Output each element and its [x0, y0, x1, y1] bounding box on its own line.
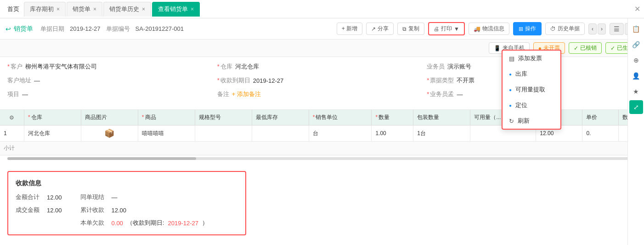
note-label: 备注 — [217, 90, 229, 98]
col-qty: 数量 — [372, 110, 413, 125]
print-button[interactable]: 🖨 打印 ▼ — [428, 22, 465, 35]
sidebar-star-icon[interactable]: ★ — [629, 85, 643, 98]
tab-inventory-label: 库存期初 — [30, 5, 54, 13]
next-button[interactable]: › — [598, 23, 606, 34]
owed-label: 本单欠款 — [80, 219, 108, 227]
note-add-btn[interactable]: + 添加备注 — [232, 90, 261, 98]
outbound-dot-icon: ● — [509, 72, 512, 77]
tab-view-sales-close[interactable]: × — [191, 6, 194, 12]
tab-bar-right: ✕ — [634, 5, 640, 13]
col-settings[interactable]: ⚙ — [0, 110, 24, 125]
salesman-label: 业务员 — [427, 63, 445, 71]
payment-col-right: 同单现结 — 累计收款 12.00 本单欠款 0.00 （收款到期日: 2019… — [80, 193, 208, 227]
operation-dropdown: ▤ 添加发票 ● 出库 ● 可用量提取 ● 定位 ↻ 刷新 — [502, 50, 561, 130]
tab-sales-label: 销货单 — [73, 5, 90, 13]
tab-inventory-close[interactable]: × — [56, 6, 60, 12]
doc-type-label: 销货单 — [14, 25, 33, 33]
trade-label: 成交金额 — [16, 206, 43, 214]
refresh-label: 刷新 — [518, 117, 530, 125]
add-invoice-icon: ▤ — [509, 55, 514, 62]
check-ok-button[interactable]: ✓ 已核销 — [569, 42, 602, 54]
warehouse-field: 仓库 河北仓库 — [217, 63, 427, 71]
due-suffix: ） — [202, 219, 208, 227]
window-close-button[interactable]: ✕ — [634, 5, 640, 13]
tab-sales-history-close[interactable]: × — [142, 6, 145, 12]
sidebar-expand-icon[interactable]: ⤢ — [629, 100, 643, 114]
customer-value: 柳州粤港平安气体有限公司 — [25, 63, 97, 71]
sidebar-link-icon[interactable]: 🔗 — [629, 38, 643, 51]
sidebar-doc-icon[interactable]: 📋 — [629, 22, 643, 36]
copy-label: 复制 — [408, 25, 419, 33]
row-pkgqty: 1台 — [413, 125, 470, 142]
note-field: 备注 + 添加备注 — [217, 90, 427, 98]
product-image: 📦 — [104, 129, 114, 138]
refresh-icon: ↻ — [509, 118, 514, 125]
operation-icon: ⊞ — [519, 26, 523, 32]
row-spec — [195, 125, 252, 142]
number-value: SA-20191227-001 — [136, 25, 184, 32]
tab-bar: 首页 库存期初 × 销货单 × 销货单历史 × 查看销货单 × ✕ — [0, 0, 644, 18]
bizman-value: — — [457, 91, 463, 98]
new-button[interactable]: + 新增 — [337, 23, 362, 35]
amount-label: 金额合计 — [16, 193, 43, 201]
share-button[interactable]: ↗ 分享 — [366, 23, 394, 35]
dropdown-refresh[interactable]: ↻ 刷新 — [503, 113, 560, 129]
copy-button[interactable]: ⧉ 复制 — [397, 23, 424, 35]
ticket-label: 票据类型 — [427, 76, 454, 85]
col-unit: 销售单位 — [309, 110, 372, 125]
dropdown-qty-fetch[interactable]: ● 可用量提取 — [503, 82, 560, 97]
address-field: 客户地址 — — [7, 76, 217, 85]
accumulated-value: 12.00 — [112, 207, 127, 214]
sidebar-user-icon[interactable]: 👤 — [629, 69, 643, 83]
history-icon: ⏱ — [550, 26, 556, 32]
logistics-button[interactable]: 🚚 物流信息 — [469, 23, 509, 35]
customer-field: 客户 柳州粤港平安气体有限公司 — [7, 63, 217, 71]
address-value: — — [34, 77, 40, 84]
number-label: 单据编号 — [106, 25, 130, 33]
row-product: 嘻嘻嘻嘻 — [138, 125, 195, 142]
subtotal-label: 小计 — [0, 142, 644, 155]
tab-sales-close[interactable]: × — [93, 6, 96, 12]
date-value: 2019-12-27 — [70, 25, 101, 32]
accumulated-label: 累计收款 — [80, 206, 108, 214]
subtotal-row: 小计 — [0, 142, 644, 155]
project-value: — — [22, 91, 28, 98]
trade-row: 成交金额 12.00 — [16, 206, 62, 214]
same-order-value: — — [112, 194, 118, 201]
operation-button[interactable]: ⊞ 操作 — [513, 22, 542, 35]
row-image: 📦 — [81, 125, 138, 142]
project-label: 项目 — [7, 90, 19, 98]
payment-rows: 金额合计 12.00 成交金额 12.00 同单现结 — 累计收款 — [16, 193, 238, 227]
dropdown-locate[interactable]: ● 定位 — [503, 97, 560, 113]
dropdown-add-invoice[interactable]: ▤ 添加发票 — [503, 51, 560, 66]
tab-inventory[interactable]: 库存期初 × — [24, 2, 66, 17]
history-label: 历史单据 — [558, 25, 580, 33]
payment-title: 收款信息 — [16, 179, 238, 188]
plus-icon: + — [232, 91, 236, 97]
col-spec: 规格型号 — [195, 110, 252, 125]
col-product: 商品 — [138, 110, 195, 125]
tab-home[interactable]: 首页 — [4, 5, 23, 13]
project-field: 项目 — — [7, 90, 217, 98]
share-icon: ↗ — [371, 26, 376, 32]
doc-header: ↩ 销货单 单据日期 2019-12-27 单据编号 SA-20191227-0… — [0, 18, 644, 40]
print-dropdown-icon: ▼ — [454, 26, 459, 32]
date-label: 单据日期 — [40, 25, 64, 33]
history-button[interactable]: ⏱ 历史单据 — [545, 23, 585, 35]
tab-view-sales[interactable]: 查看销货单 × — [152, 2, 200, 17]
ticket-value: 不开票 — [457, 76, 475, 85]
tab-sales[interactable]: 销货单 × — [67, 2, 102, 17]
qty-fetch-dot-icon: ● — [509, 87, 512, 92]
list-view-button[interactable]: ☰ — [610, 23, 624, 35]
sidebar-circle-icon[interactable]: ⊕ — [629, 53, 643, 67]
salesman-value: 演示账号 — [447, 63, 471, 71]
amount-row: 金额合计 12.00 — [16, 193, 62, 201]
customer-label: 客户 — [7, 63, 23, 71]
dropdown-outbound[interactable]: ● 出库 — [503, 66, 560, 82]
print-icon: 🖨 — [434, 26, 439, 32]
tab-sales-history[interactable]: 销货单历史 × — [103, 2, 151, 17]
same-order-row: 同单现结 — — [80, 193, 208, 201]
prev-button[interactable]: ‹ — [588, 23, 597, 34]
payment-date-field: 收款到期日 2019-12-27 — [217, 76, 427, 85]
payment-date-value: 2019-12-27 — [253, 77, 284, 84]
